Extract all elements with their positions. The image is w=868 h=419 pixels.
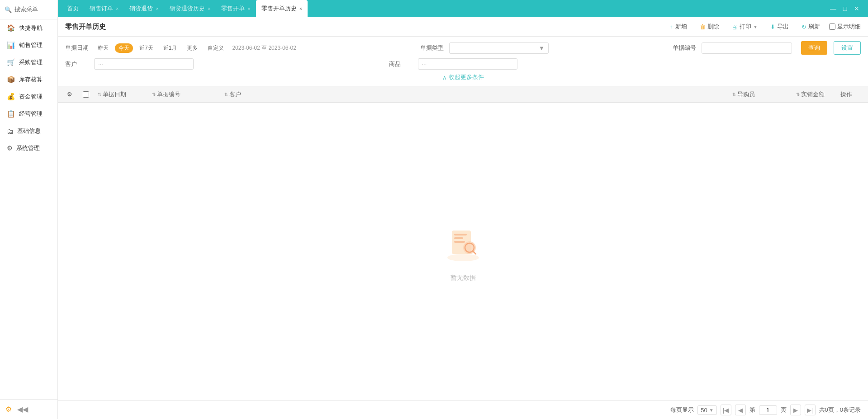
next-page-button[interactable]: ▶ — [790, 405, 801, 415]
customer-select[interactable]: ··· — [94, 58, 194, 70]
date-btn-week7[interactable]: 近7天 — [136, 43, 157, 53]
th-customer-label: 客户 — [229, 90, 241, 99]
goods-select[interactable]: ··· — [418, 58, 517, 70]
th-guide[interactable]: ⇅ 导购员 — [729, 90, 774, 99]
print-dropdown-icon: ▼ — [753, 24, 758, 29]
minimize-button[interactable]: — — [829, 5, 837, 12]
date-btn-custom[interactable]: 自定义 — [204, 43, 228, 53]
filter-area: 单据日期 昨天 今天 近7天 近1月 更多 自定义 2023-06-02 至 2… — [58, 37, 868, 86]
tab-home[interactable]: 首页 — [62, 0, 84, 17]
sidebar-item-label: 库存核算 — [19, 75, 43, 84]
settings-gear-icon[interactable]: ⚙ — [5, 405, 12, 414]
filter-settings-button[interactable]: 设置 — [834, 41, 861, 55]
tab-sales-return[interactable]: 销货退货 × — [124, 0, 164, 17]
toolbar: 零售开单历史 + 新增 🗑 删除 🖨 打印 ▼ ⬇ 导出 — [58, 17, 868, 37]
th-date[interactable]: ⇅ 单据日期 — [94, 90, 148, 99]
date-btn-more[interactable]: 更多 — [183, 43, 201, 53]
tab-sales-return-history[interactable]: 销货退货历史 × — [164, 0, 216, 17]
main-area: 首页 销售订单 × 销货退货 × 销货退货历史 × 零售开单 × 零售开单历史 … — [58, 0, 868, 419]
toolbar-actions: + 新增 🗑 删除 🖨 打印 ▼ ⬇ 导出 ↻ 刷新 — [667, 21, 861, 33]
th-sort-icon: ⇅ — [98, 92, 101, 97]
th-action-label: 操作 — [840, 90, 852, 99]
tab-retail-open[interactable]: 零售开单 × — [216, 0, 256, 17]
sidebar-item-label: 采购管理 — [19, 58, 43, 66]
refresh-icon: ↻ — [802, 24, 806, 30]
prev-page-button[interactable]: ◀ — [735, 405, 746, 415]
th-no-label: 单据编号 — [157, 90, 180, 99]
sidebar-collapse-icon[interactable]: ◀◀ — [17, 405, 28, 414]
select-all-checkbox[interactable] — [83, 91, 89, 98]
inventory-icon: 📦 — [7, 75, 15, 84]
page-number-input[interactable] — [759, 405, 777, 415]
query-button[interactable]: 查询 — [801, 41, 827, 55]
add-button[interactable]: + 新增 — [667, 21, 691, 33]
th-amount[interactable]: ⇅ 实销金额 — [774, 90, 828, 99]
date-btn-yesterday[interactable]: 昨天 — [94, 43, 112, 53]
filter-dates: 昨天 今天 近7天 近1月 更多 自定义 2023-06-02 至 2023-0… — [94, 43, 296, 53]
collapse-label: 收起更多条件 — [449, 73, 484, 81]
filter-row-2: 客户 ··· 商品 ··· — [65, 58, 861, 70]
sidebar-bottom: ⚙ ◀◀ — [0, 399, 57, 419]
sidebar-search[interactable]: 🔍 搜索采单 — [0, 0, 57, 19]
show-detail-checkbox[interactable] — [829, 24, 835, 30]
th-settings[interactable]: ⚙ — [62, 91, 78, 98]
print-button[interactable]: 🖨 打印 ▼ — [728, 21, 761, 33]
sidebar-item-label: 系统管理 — [16, 144, 40, 152]
sidebar-item-sales[interactable]: 📊 销售管理 — [0, 37, 57, 54]
system-icon: ⚙ — [7, 144, 13, 152]
tab-sales-return-history-label: 销货退货历史 — [170, 5, 205, 13]
delete-label: 删除 — [707, 23, 719, 31]
tab-retail-open-label: 零售开单 — [221, 5, 245, 13]
th-no[interactable]: ⇅ 单据编号 — [148, 90, 221, 99]
sidebar-item-label: 经营管理 — [19, 110, 43, 118]
sidebar-item-system[interactable]: ⚙ 系统管理 — [0, 140, 57, 157]
date-btn-today[interactable]: 今天 — [115, 43, 133, 53]
th-action: 操作 — [828, 90, 864, 99]
first-page-button[interactable]: |◀ — [721, 405, 731, 415]
sidebar-item-quick-nav[interactable]: 🏠 快捷导航 — [0, 19, 57, 37]
pagination: 每页显示 50 ▼ |◀ ◀ 第 页 ▶ ▶| 共0页，0条记录 — [58, 400, 868, 419]
date-btn-month1[interactable]: 近1月 — [160, 43, 181, 53]
finance-icon: 💰 — [7, 93, 15, 101]
sidebar-item-purchase[interactable]: 🛒 采购管理 — [0, 54, 57, 71]
last-page-button[interactable]: ▶| — [805, 405, 816, 415]
empty-illustration — [441, 221, 486, 267]
sidebar-item-inventory[interactable]: 📦 库存核算 — [0, 71, 57, 88]
tabs-bar: 首页 销售订单 × 销货退货 × 销货退货历史 × 零售开单 × 零售开单历史 … — [58, 0, 868, 17]
doc-no-label: 单据编号 — [673, 44, 698, 52]
content-area: 零售开单历史 + 新增 🗑 删除 🖨 打印 ▼ ⬇ 导出 — [58, 17, 868, 419]
close-button[interactable]: ✕ — [853, 5, 861, 12]
delete-button[interactable]: 🗑 删除 — [696, 21, 723, 33]
doc-no-input[interactable] — [702, 42, 792, 54]
sidebar-item-basic[interactable]: 🗂 基础信息 — [0, 122, 57, 140]
show-detail-toggle[interactable]: 显示明细 — [829, 23, 861, 31]
date-range-display: 2023-06-02 至 2023-06-02 — [232, 44, 296, 52]
tab-close-retail-history[interactable]: × — [299, 6, 302, 11]
doc-type-select[interactable]: ▼ — [449, 42, 549, 54]
sidebar-item-label: 资金管理 — [19, 93, 43, 101]
sidebar-item-finance[interactable]: 💰 资金管理 — [0, 88, 57, 105]
page-size-select[interactable]: 50 ▼ — [697, 405, 716, 415]
refresh-button[interactable]: ↻ 刷新 — [798, 21, 824, 33]
sidebar-item-operation[interactable]: 📋 经营管理 — [0, 105, 57, 122]
collapse-filter-button[interactable]: ∧ 收起更多条件 — [442, 73, 484, 81]
window-controls: — □ ✕ — [829, 5, 864, 12]
operation-icon: 📋 — [7, 110, 15, 118]
per-page-label: 每页显示 — [670, 406, 694, 414]
table-container: ⚙ ⇅ 单据日期 ⇅ 单据编号 ⇅ 客户 ⇅ — [58, 86, 868, 400]
goods-label: 商品 — [389, 60, 414, 68]
export-button[interactable]: ⬇ 导出 — [767, 21, 792, 33]
column-settings-icon[interactable]: ⚙ — [67, 91, 72, 98]
print-label: 打印 — [740, 23, 751, 31]
maximize-button[interactable]: □ — [841, 5, 849, 12]
tab-retail-history[interactable]: 零售开单历史 × — [256, 0, 308, 17]
th-customer[interactable]: ⇅ 客户 — [221, 90, 729, 99]
tab-sales-order[interactable]: 销售订单 × — [84, 0, 124, 17]
tab-close-sales-return-history[interactable]: × — [208, 6, 210, 11]
th-amount-sort-icon: ⇅ — [796, 92, 800, 97]
empty-text: 暂无数据 — [451, 274, 476, 282]
th-check[interactable] — [78, 91, 94, 98]
tab-close-retail-open[interactable]: × — [247, 6, 250, 11]
tab-close-sales-return[interactable]: × — [156, 6, 158, 11]
tab-close-sales-order[interactable]: × — [116, 6, 119, 11]
